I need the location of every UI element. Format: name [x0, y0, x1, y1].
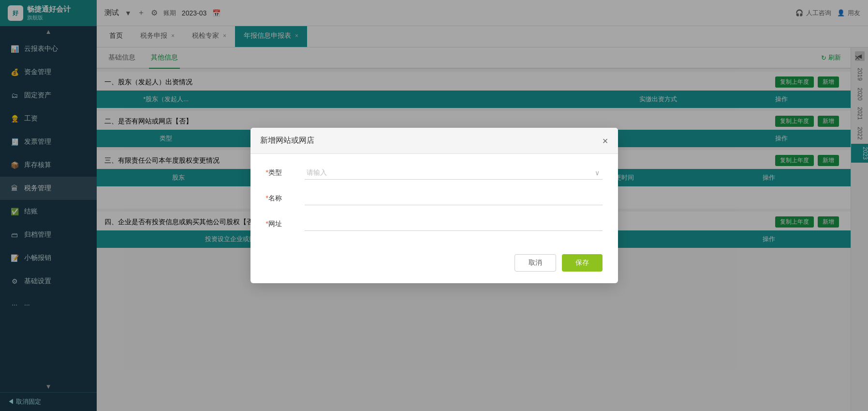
type-label: *类型	[266, 168, 305, 177]
modal-footer: 取消 保存	[250, 246, 618, 283]
name-input-wrap	[305, 191, 603, 205]
url-label: *网址	[266, 220, 305, 228]
name-label: *名称	[266, 194, 305, 203]
type-input[interactable]	[305, 166, 603, 180]
type-required-star: *	[266, 168, 268, 176]
url-input-wrap	[305, 217, 603, 231]
cancel-button[interactable]: 取消	[515, 254, 556, 272]
type-input-wrap: ∨	[305, 166, 603, 180]
url-required-star: *	[266, 220, 268, 228]
modal-body: *类型 ∨ *名称 *网址	[250, 154, 618, 246]
save-button[interactable]: 保存	[562, 254, 603, 272]
modal-title: 新增网站或网店	[260, 136, 314, 146]
form-field-url: *网址	[266, 217, 603, 231]
modal-header: 新增网站或网店 ×	[250, 128, 618, 154]
url-input[interactable]	[305, 217, 603, 231]
name-required-star: *	[266, 194, 268, 202]
form-field-name: *名称	[266, 191, 603, 205]
modal-overlay: 新增网站或网店 × *类型 ∨ *名称	[0, 0, 868, 411]
modal-close-button[interactable]: ×	[603, 136, 608, 146]
add-website-modal: 新增网站或网店 × *类型 ∨ *名称	[250, 128, 618, 283]
form-field-type: *类型 ∨	[266, 166, 603, 180]
name-input[interactable]	[305, 191, 603, 205]
